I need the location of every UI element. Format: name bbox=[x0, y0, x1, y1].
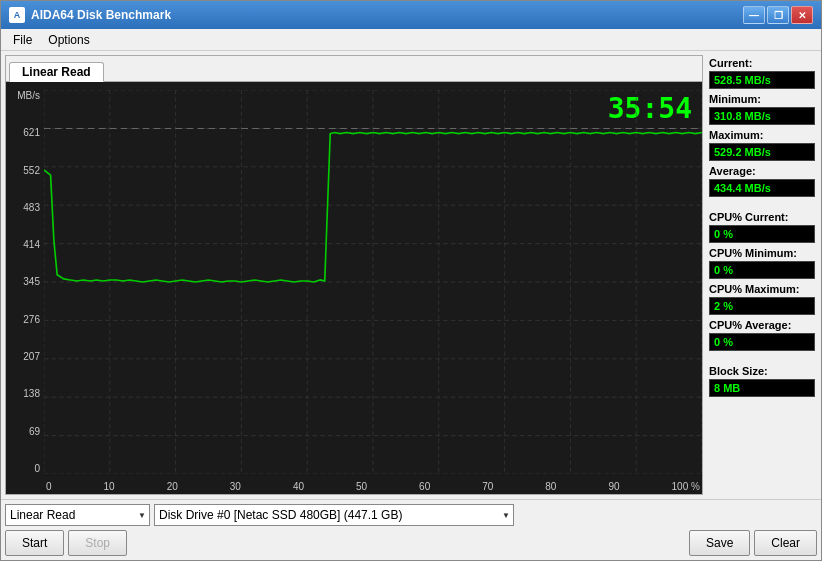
stat-current: Current: 528.5 MB/s bbox=[709, 57, 815, 89]
x-label-50: 50 bbox=[356, 481, 367, 492]
x-label-60: 60 bbox=[419, 481, 430, 492]
drive-select[interactable]: Disk Drive #0 [Netac SSD 480GB] (447.1 G… bbox=[154, 504, 514, 526]
stat-block-size: Block Size: 8 MB bbox=[709, 365, 815, 397]
cpu-average-value: 0 % bbox=[709, 333, 815, 351]
y-label-276: 276 bbox=[10, 314, 40, 325]
stat-separator-1 bbox=[709, 201, 815, 207]
y-label-552: 552 bbox=[10, 165, 40, 176]
restore-button[interactable]: ❐ bbox=[767, 6, 789, 24]
minimum-value: 310.8 MB/s bbox=[709, 107, 815, 125]
y-label-345: 345 bbox=[10, 276, 40, 287]
menu-file[interactable]: File bbox=[5, 31, 40, 49]
x-label-70: 70 bbox=[482, 481, 493, 492]
y-label-414: 414 bbox=[10, 239, 40, 250]
cpu-current-value: 0 % bbox=[709, 225, 815, 243]
right-panel: Current: 528.5 MB/s Minimum: 310.8 MB/s … bbox=[707, 55, 817, 495]
save-button[interactable]: Save bbox=[689, 530, 750, 556]
menu-bar: File Options bbox=[1, 29, 821, 51]
stat-cpu-average: CPU% Average: 0 % bbox=[709, 319, 815, 351]
chart-area: MB/s 621 552 483 414 345 276 207 138 69 … bbox=[6, 82, 702, 494]
clear-button[interactable]: Clear bbox=[754, 530, 817, 556]
y-label-0: 0 bbox=[10, 463, 40, 474]
x-axis: 0 10 20 30 40 50 60 70 80 90 100 % bbox=[44, 481, 702, 492]
cpu-minimum-value: 0 % bbox=[709, 261, 815, 279]
y-label-69: 69 bbox=[10, 426, 40, 437]
title-bar: A AIDA64 Disk Benchmark — ❐ ✕ bbox=[1, 1, 821, 29]
stat-average: Average: 434.4 MB/s bbox=[709, 165, 815, 197]
x-label-10: 10 bbox=[104, 481, 115, 492]
chart-body: 35:54 bbox=[44, 82, 702, 494]
test-type-container: Linear Read Linear Write Random Read Ran… bbox=[5, 504, 150, 526]
chart-inner: MB/s 621 552 483 414 345 276 207 138 69 … bbox=[6, 82, 702, 494]
window-title: AIDA64 Disk Benchmark bbox=[31, 8, 743, 22]
bottom-row1: Linear Read Linear Write Random Read Ran… bbox=[5, 504, 817, 526]
stop-button[interactable]: Stop bbox=[68, 530, 127, 556]
y-axis: MB/s 621 552 483 414 345 276 207 138 69 … bbox=[6, 82, 44, 494]
current-value: 528.5 MB/s bbox=[709, 71, 815, 89]
x-label-100: 100 % bbox=[672, 481, 700, 492]
cpu-minimum-label: CPU% Minimum: bbox=[709, 247, 815, 259]
window-controls: — ❐ ✕ bbox=[743, 6, 813, 24]
current-label: Current: bbox=[709, 57, 815, 69]
stat-cpu-minimum: CPU% Minimum: 0 % bbox=[709, 247, 815, 279]
maximum-label: Maximum: bbox=[709, 129, 815, 141]
tab-linear-read[interactable]: Linear Read bbox=[9, 62, 104, 82]
bottom-row2: Start Stop Save Clear bbox=[5, 530, 817, 556]
average-value: 434.4 MB/s bbox=[709, 179, 815, 197]
average-label: Average: bbox=[709, 165, 815, 177]
stat-maximum: Maximum: 529.2 MB/s bbox=[709, 129, 815, 161]
test-type-select[interactable]: Linear Read Linear Write Random Read Ran… bbox=[5, 504, 150, 526]
stat-cpu-maximum: CPU% Maximum: 2 % bbox=[709, 283, 815, 315]
y-label-138: 138 bbox=[10, 388, 40, 399]
drive-container: Disk Drive #0 [Netac SSD 480GB] (447.1 G… bbox=[154, 504, 514, 526]
app-icon: A bbox=[9, 7, 25, 23]
x-label-0: 0 bbox=[46, 481, 52, 492]
cpu-average-label: CPU% Average: bbox=[709, 319, 815, 331]
minimum-label: Minimum: bbox=[709, 93, 815, 105]
y-label-483: 483 bbox=[10, 202, 40, 213]
x-label-90: 90 bbox=[608, 481, 619, 492]
stat-separator-2 bbox=[709, 355, 815, 361]
stat-minimum: Minimum: 310.8 MB/s bbox=[709, 93, 815, 125]
chart-svg bbox=[44, 90, 702, 474]
x-label-20: 20 bbox=[167, 481, 178, 492]
left-panel: Linear Read MB/s 621 552 483 414 345 276… bbox=[5, 55, 703, 495]
y-label-207: 207 bbox=[10, 351, 40, 362]
main-content: Linear Read MB/s 621 552 483 414 345 276… bbox=[1, 51, 821, 499]
minimize-button[interactable]: — bbox=[743, 6, 765, 24]
stat-cpu-current: CPU% Current: 0 % bbox=[709, 211, 815, 243]
cpu-maximum-label: CPU% Maximum: bbox=[709, 283, 815, 295]
maximum-value: 529.2 MB/s bbox=[709, 143, 815, 161]
close-button[interactable]: ✕ bbox=[791, 6, 813, 24]
block-size-value: 8 MB bbox=[709, 379, 815, 397]
main-window: A AIDA64 Disk Benchmark — ❐ ✕ File Optio… bbox=[0, 0, 822, 561]
menu-options[interactable]: Options bbox=[40, 31, 97, 49]
bottom-bar: Linear Read Linear Write Random Read Ran… bbox=[1, 499, 821, 560]
mbs-label: MB/s bbox=[10, 90, 40, 101]
start-button[interactable]: Start bbox=[5, 530, 64, 556]
y-label-621: 621 bbox=[10, 127, 40, 138]
x-label-80: 80 bbox=[545, 481, 556, 492]
x-label-30: 30 bbox=[230, 481, 241, 492]
cpu-maximum-value: 2 % bbox=[709, 297, 815, 315]
tab-bar: Linear Read bbox=[6, 56, 702, 82]
x-label-40: 40 bbox=[293, 481, 304, 492]
cpu-current-label: CPU% Current: bbox=[709, 211, 815, 223]
block-size-label: Block Size: bbox=[709, 365, 815, 377]
